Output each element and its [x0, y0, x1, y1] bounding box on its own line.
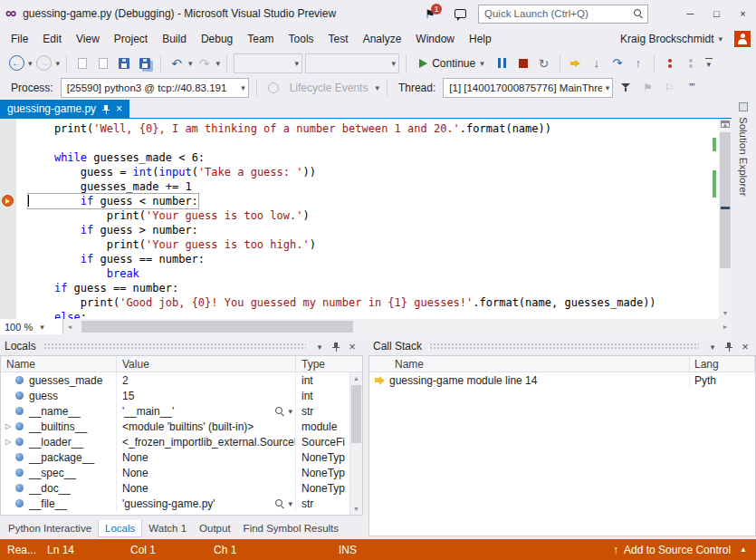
- call-stack-grid-header[interactable]: Name Lang: [369, 356, 755, 372]
- pin-icon[interactable]: [101, 104, 110, 114]
- source-control-expand-icon[interactable]: ▲: [740, 546, 747, 554]
- thread-combobox[interactable]: [1] [140017000875776] MainThread: [443, 78, 613, 98]
- minimize-button[interactable]: ─: [677, 0, 703, 27]
- restart-button[interactable]: [535, 53, 553, 73]
- expand-icon[interactable]: [1, 438, 15, 446]
- scroll-down-icon[interactable]: [350, 503, 362, 515]
- code-line-10[interactable]: if guess == number:: [0, 252, 719, 266]
- locals-row[interactable]: guesses_made2int: [1, 372, 362, 388]
- navigate-forward-dropdown-icon[interactable]: [56, 59, 61, 68]
- scroll-down-icon[interactable]: [719, 307, 732, 319]
- close-button[interactable]: ×: [730, 0, 756, 27]
- column-header-name[interactable]: Name: [1, 356, 117, 372]
- code-line-13[interactable]: print('Good job, {0}! You guessed my num…: [0, 295, 719, 310]
- redo-button[interactable]: [196, 53, 214, 73]
- menu-window[interactable]: Window: [408, 27, 462, 51]
- locals-row[interactable]: __name__'__main__'str: [1, 403, 362, 419]
- navigate-back-dropdown-icon[interactable]: [28, 59, 33, 68]
- column-header-language[interactable]: Lang: [689, 356, 755, 372]
- code-area[interactable]: print('Well, {0}, I am thinking of a num…: [0, 119, 719, 319]
- code-line-2[interactable]: [0, 136, 719, 150]
- undo-dropdown-icon[interactable]: [188, 59, 193, 68]
- current-statement-breakpoint-icon[interactable]: [2, 195, 14, 207]
- locals-scrollbar[interactable]: [349, 372, 362, 515]
- maximize-button[interactable]: □: [703, 0, 730, 27]
- menu-view[interactable]: View: [69, 27, 107, 51]
- code-line-1[interactable]: print('Well, {0}, I am thinking of a num…: [0, 121, 719, 136]
- notifications-button[interactable]: 1: [420, 4, 440, 24]
- code-line-8[interactable]: if guess > number:: [0, 223, 719, 237]
- menu-debug[interactable]: Debug: [194, 27, 240, 51]
- code-line-4[interactable]: guess = int(input('Take a guess: ')): [0, 165, 719, 179]
- scroll-up-icon[interactable]: [350, 372, 362, 384]
- toolbar-overflow-button[interactable]: [703, 58, 715, 69]
- tab-guessing-game-py[interactable]: guessing-game.py ×: [0, 100, 129, 118]
- solution-platforms-combobox[interactable]: [305, 53, 399, 73]
- editor-horizontal-scrollbar[interactable]: [63, 319, 732, 334]
- magnifier-icon[interactable]: [274, 498, 285, 509]
- save-all-button[interactable]: [136, 53, 154, 73]
- window-position-icon[interactable]: [313, 342, 326, 352]
- account-avatar[interactable]: [734, 31, 751, 47]
- locals-row[interactable]: __spec__NoneNoneTyp: [1, 465, 362, 480]
- locals-row[interactable]: __builtins__<module 'builtins' (built-in…: [1, 419, 362, 434]
- menu-team[interactable]: Team: [240, 27, 281, 51]
- code-line-14[interactable]: else:: [0, 310, 719, 319]
- step-into-button[interactable]: [588, 53, 606, 73]
- add-to-source-control-button[interactable]: ↑ Add to Source Control: [604, 539, 740, 560]
- send-feedback-button[interactable]: [449, 4, 471, 24]
- scroll-right-icon[interactable]: [719, 319, 732, 334]
- expand-icon[interactable]: [1, 422, 15, 430]
- close-icon[interactable]: [739, 340, 751, 353]
- navigate-forward-button[interactable]: →: [35, 53, 53, 73]
- pin-icon[interactable]: [331, 342, 340, 352]
- menu-test[interactable]: Test: [321, 27, 356, 51]
- show-flagged-only-button[interactable]: [660, 78, 678, 98]
- pin-icon[interactable]: [724, 342, 733, 352]
- close-icon[interactable]: [346, 340, 359, 353]
- locals-row[interactable]: guess15int: [1, 388, 362, 403]
- magnifier-dropdown-icon[interactable]: [288, 407, 292, 416]
- locals-panel-header[interactable]: Locals: [0, 337, 363, 355]
- solution-configurations-combobox[interactable]: [234, 53, 302, 73]
- save-button[interactable]: [115, 53, 133, 73]
- break-all-button[interactable]: [493, 53, 512, 73]
- open-file-button[interactable]: [94, 53, 112, 73]
- code-line-11[interactable]: break: [0, 266, 719, 281]
- code-line-5[interactable]: guesses_made += 1: [0, 179, 719, 194]
- column-header-type[interactable]: Type: [296, 356, 350, 372]
- scroll-left-icon[interactable]: [63, 319, 76, 334]
- show-next-statement-button[interactable]: [567, 53, 585, 73]
- undo-button[interactable]: [167, 53, 186, 73]
- panel-tab-output[interactable]: Output: [193, 520, 237, 536]
- lifecycle-events-button[interactable]: [264, 78, 282, 98]
- locals-row[interactable]: __loader__<_frozen_importlib_external.So…: [1, 434, 362, 449]
- vertical-scroll-thumb[interactable]: [720, 132, 731, 268]
- magnifier-icon[interactable]: [274, 406, 285, 417]
- panel-tab-find-symbol-results[interactable]: Find Symbol Results: [237, 520, 345, 536]
- horizontal-scroll-thumb[interactable]: [81, 321, 353, 333]
- flag-thread-button[interactable]: [638, 78, 656, 98]
- menu-file[interactable]: File: [4, 27, 35, 51]
- step-over-button[interactable]: [608, 53, 627, 73]
- quick-launch-box[interactable]: [478, 5, 648, 24]
- step-out-button[interactable]: [629, 53, 647, 73]
- panel-tab-watch-1[interactable]: Watch 1: [142, 520, 193, 536]
- code-line-6[interactable]: if guess < number:: [0, 194, 719, 208]
- code-line-3[interactable]: while guesses_made < 6:: [0, 150, 719, 165]
- menu-help[interactable]: Help: [462, 27, 499, 51]
- stop-debugging-button[interactable]: [514, 53, 532, 73]
- column-header-name[interactable]: Name: [389, 356, 689, 372]
- new-file-button[interactable]: [73, 53, 91, 73]
- menu-edit[interactable]: Edit: [35, 27, 69, 51]
- quick-launch-input[interactable]: [484, 8, 633, 19]
- navigate-back-button[interactable]: ←: [7, 53, 25, 73]
- show-suspended-threads-button[interactable]: [682, 78, 700, 98]
- breakpoints-window-button[interactable]: [661, 53, 679, 73]
- menu-project[interactable]: Project: [107, 27, 155, 51]
- tab-close-icon[interactable]: ×: [116, 103, 122, 114]
- window-position-icon[interactable]: [706, 342, 719, 352]
- locals-scroll-thumb[interactable]: [351, 385, 361, 443]
- locals-row[interactable]: __doc__NoneNoneTyp: [1, 480, 362, 496]
- code-line-9[interactable]: print('Your guess is too high.'): [0, 237, 719, 252]
